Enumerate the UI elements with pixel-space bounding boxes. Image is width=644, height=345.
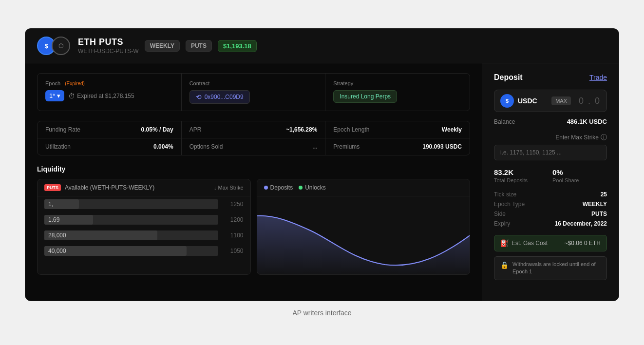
deposit-title: Deposit (494, 73, 523, 82)
strategy-row: Insured Long Perps (333, 90, 462, 103)
main-content: Epoch (Expired) 1* ▾ ⏱ Expired at $1,278… (25, 63, 619, 301)
balance-value: 486.1K USDC (567, 118, 607, 125)
apr-value: ~1,656.28% (286, 126, 317, 133)
max-strike-header: Enter Max Strike ⓘ (494, 133, 607, 142)
total-deposits-cell: 83.2K Total Deposits (494, 168, 549, 183)
side-label: Side (494, 211, 506, 217)
info-icon: ⓘ (601, 133, 607, 142)
total-deposits-value: 83.2K (494, 168, 549, 176)
info-grid: Epoch (Expired) 1* ▾ ⏱ Expired at $1,278… (37, 73, 470, 111)
expiry-value: 16 December, 2022 (555, 220, 607, 227)
lock-text: Withdrawals are locked until end of Epoc… (512, 261, 601, 276)
legend-deposits: Deposits (264, 184, 293, 191)
deposit-amount: 0 . 0 (579, 96, 601, 106)
expired-text: ⏱ Expired at $1,278.155 (68, 92, 134, 100)
epoch-length-value: Weekly (442, 126, 462, 133)
epoch-length-cell: Epoch Length Weekly (325, 121, 470, 138)
lock-notice: 🔒 Withdrawals are locked until end of Ep… (494, 256, 607, 280)
max-button[interactable]: MAX (551, 96, 571, 105)
epoch-length-label: Epoch Length (333, 126, 369, 133)
stats-section: Funding Rate 0.05% / Day APR ~1,656.28% … (37, 121, 470, 155)
chart-area: Deposits Unlocks (257, 179, 471, 275)
funding-rate-label: Funding Rate (45, 126, 80, 133)
apr-label: APR (189, 126, 202, 133)
header: $ ⬡ ETH PUTS WETH-USDC-PUTS-W WEEKLY PUT… (25, 29, 619, 63)
right-panel-header: Deposit Trade (494, 73, 607, 82)
usdc-input-logo: $ (500, 94, 514, 108)
gas-value: ~$0.06 0 ETH (565, 240, 601, 247)
header-title: ETH PUTS (78, 37, 139, 47)
strategy-label: Strategy (333, 80, 462, 86)
liquidity-table-header: PUTS Available (WETH-PUTS-WEEKLY) ↓ Max … (38, 179, 250, 196)
liquidity-grid: PUTS Available (WETH-PUTS-WEEKLY) ↓ Max … (37, 179, 470, 275)
premiums-cell: Premiums 190.093 USDC (325, 138, 470, 155)
gas-row: ⛽ Est. Gas Cost ~$0.06 0 ETH (494, 235, 607, 251)
usdc-input-label: USDC (518, 97, 537, 105)
side-value: PUTS (591, 211, 607, 217)
left-panel: Epoch (Expired) 1* ▾ ⏱ Expired at $1,278… (25, 63, 482, 301)
weekly-badge[interactable]: WEEKLY (145, 40, 180, 52)
list-item: 1.69 1200 (38, 212, 250, 228)
deposits-dot (264, 186, 268, 190)
list-item: 40,000 1050 (38, 243, 250, 259)
epoch-section: Epoch (Expired) 1* ▾ ⏱ Expired at $1,278… (38, 74, 182, 111)
tick-size-label: Tick size (494, 191, 516, 198)
max-strike-header-label: Enter Max Strike (555, 134, 599, 141)
eth-logo-circle: ⬡ (52, 37, 70, 55)
list-item: 1, 1250 (38, 196, 250, 212)
liq-available-label: Available (WETH-PUTS-WEEKLY) (65, 184, 154, 191)
chart-svg (257, 196, 470, 274)
side-row: Side PUTS (494, 211, 607, 217)
gas-label: Est. Gas Cost (511, 240, 548, 247)
deposit-input-row: $ USDC MAX 0 . 0 (494, 90, 607, 112)
liq-bar-3: 28,000 (44, 230, 218, 240)
lock-icon: 🔒 (500, 261, 509, 269)
utilization-label: Utilization (45, 143, 71, 150)
expiry-label: Expiry (494, 220, 510, 227)
stats-row-2: Utilization 0.004% Options Sold ... Prem… (38, 138, 470, 155)
liq-label-group: PUTS Available (WETH-PUTS-WEEKLY) (44, 184, 154, 191)
chart-canvas (257, 196, 470, 274)
options-sold-value: ... (312, 143, 317, 150)
max-strike-col-label: ↓ Max Strike (214, 185, 244, 191)
premiums-label: Premiums (333, 143, 360, 150)
deposits-info: 83.2K Total Deposits 0% Pool Share (494, 168, 607, 183)
contract-label: Contract (189, 80, 318, 86)
list-item: 28,000 1100 (38, 228, 250, 243)
right-panel: Deposit Trade $ USDC MAX 0 . 0 Balance 4… (482, 63, 619, 301)
utilization-value: 0.004% (153, 143, 173, 150)
apr-cell: APR ~1,656.28% (182, 121, 326, 138)
epoch-selector[interactable]: 1* ▾ (45, 90, 64, 101)
balance-label: Balance (494, 118, 515, 125)
app-container: $ ⬡ ETH PUTS WETH-USDC-PUTS-W WEEKLY PUT… (25, 28, 619, 301)
epoch-type-value: WEEKLY (583, 201, 607, 208)
pool-share-label: Pool Share (552, 177, 607, 183)
logo-group: $ ⬡ (37, 37, 70, 55)
contract-address[interactable]: ⟲ 0x900...C09D9 (189, 90, 250, 104)
liquidity-table: PUTS Available (WETH-PUTS-WEEKLY) ↓ Max … (37, 179, 251, 275)
balance-row: Balance 486.1K USDC (494, 118, 607, 125)
strategy-badge: Insured Long Perps (333, 90, 397, 103)
liq-bar-1: 1, (44, 199, 218, 209)
liq-bar-4: 40,000 (44, 246, 218, 256)
epoch-type-label: Epoch Type (494, 201, 525, 208)
max-strike-input[interactable] (494, 145, 607, 160)
trade-link[interactable]: Trade (589, 74, 607, 81)
expired-badge: (Expired) (65, 81, 85, 86)
chart-area-fill (257, 216, 470, 274)
options-sold-label: Options Sold (189, 143, 223, 150)
page-caption: AP writers interface (292, 309, 351, 317)
liquidity-header: Liquidity (37, 165, 470, 173)
strategy-section: Strategy Insured Long Perps (325, 74, 470, 111)
clock-icon: ⏱ (68, 92, 75, 100)
epoch-row: 1* ▾ ⏱ Expired at $1,278.155 (45, 90, 173, 101)
pool-share-value: 0% (552, 168, 607, 176)
pool-share-cell: 0% Pool Share (552, 168, 607, 183)
legend-unlocks: Unlocks (299, 184, 326, 191)
tick-size-value: 25 (601, 191, 607, 198)
puts-badge[interactable]: PUTS (186, 40, 212, 52)
gas-icon: ⛽ (500, 239, 509, 247)
epoch-type-row: Epoch Type WEEKLY (494, 201, 607, 208)
tick-size-row: Tick size 25 (494, 191, 607, 198)
stats-row-1: Funding Rate 0.05% / Day APR ~1,656.28% … (38, 121, 470, 138)
